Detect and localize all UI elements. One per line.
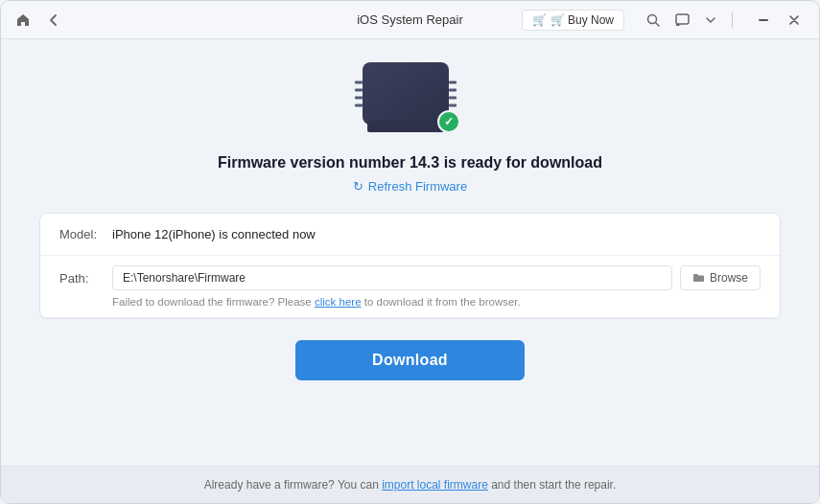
footer: Already have a firmware? You can import … <box>1 466 819 503</box>
import-local-firmware-link[interactable]: import local firmware <box>382 478 488 492</box>
back-icon[interactable] <box>43 10 64 31</box>
chip-pins-left <box>355 80 363 106</box>
window-title: iOS System Repair <box>357 12 463 27</box>
buy-now-button[interactable]: 🛒 🛒 Buy Now <box>522 10 624 31</box>
browse-label: Browse <box>710 271 748 285</box>
error-text-before: Failed to download the firmware? Please <box>112 296 315 308</box>
path-label: Path: <box>59 271 112 286</box>
refresh-firmware-link[interactable]: ↻ Refresh Firmware <box>353 179 467 194</box>
pin <box>355 103 363 106</box>
svg-line-1 <box>656 22 660 26</box>
error-text-after: to download it from the browser. <box>362 296 521 308</box>
model-value: iPhone 12(iPhone) is connected now <box>112 227 316 241</box>
pin <box>355 80 363 83</box>
toolbar-icons <box>642 9 722 32</box>
footer-text-after: and then start the repair. <box>488 478 616 492</box>
footer-text-before: Already have a firmware? You can <box>204 478 382 492</box>
chip-pins-right <box>449 80 457 106</box>
browse-button[interactable]: Browse <box>680 265 761 290</box>
titlebar: iOS System Repair 🛒 🛒 Buy Now <box>1 1 819 39</box>
buy-now-label: 🛒 Buy Now <box>551 13 614 27</box>
path-input[interactable] <box>112 265 672 290</box>
minimize-button[interactable] <box>750 7 777 34</box>
titlebar-left <box>12 10 64 31</box>
main-content: Firmware version number 14.3 is ready fo… <box>1 39 819 466</box>
path-row: Path: Browse Failed to download the firm… <box>40 256 780 318</box>
window-controls <box>750 7 808 34</box>
pin <box>449 103 457 106</box>
svg-rect-3 <box>759 19 768 21</box>
folder-icon <box>692 272 705 284</box>
click-here-link[interactable]: click here <box>315 296 362 308</box>
chevron-down-icon[interactable] <box>699 9 722 32</box>
close-button[interactable] <box>781 7 808 34</box>
model-label: Model: <box>59 227 112 241</box>
home-icon[interactable] <box>12 10 34 31</box>
search-icon[interactable] <box>642 9 665 32</box>
pin <box>449 88 457 91</box>
refresh-icon: ↻ <box>353 179 363 194</box>
titlebar-right: 🛒 🛒 Buy Now <box>522 7 808 34</box>
model-row: Model: iPhone 12(iPhone) is connected no… <box>40 214 780 256</box>
app-window: iOS System Repair 🛒 🛒 Buy Now <box>0 0 820 504</box>
download-button[interactable]: Download <box>295 340 525 380</box>
device-icon-area <box>363 62 458 139</box>
cart-icon: 🛒 <box>532 13 547 27</box>
pin <box>355 88 363 91</box>
path-input-row: Path: Browse <box>59 265 761 290</box>
pin <box>355 96 363 99</box>
firmware-status-text: Firmware version number 14.3 is ready fo… <box>218 154 602 172</box>
svg-rect-2 <box>676 14 689 24</box>
pin <box>449 80 457 83</box>
info-card: Model: iPhone 12(iPhone) is connected no… <box>39 213 781 319</box>
divider <box>732 11 733 29</box>
pin <box>449 96 457 99</box>
success-badge-icon <box>437 110 460 133</box>
device-chip <box>363 62 449 125</box>
refresh-firmware-label: Refresh Firmware <box>368 179 467 194</box>
chat-icon[interactable] <box>670 9 693 32</box>
error-text: Failed to download the firmware? Please … <box>112 296 521 308</box>
